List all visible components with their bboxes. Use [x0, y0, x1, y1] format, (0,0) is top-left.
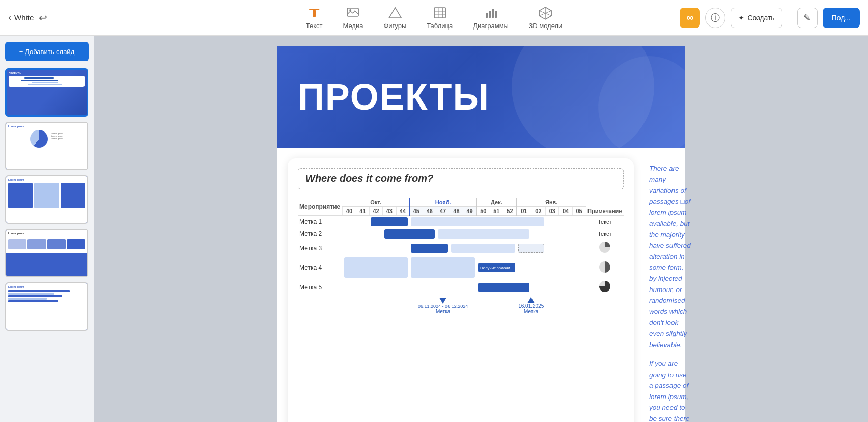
charts-icon: [484, 6, 498, 20]
slide-title: ПРОЕКТЫ: [298, 76, 490, 118]
text-panel: There are many variations of passages □o…: [644, 148, 701, 422]
slide-header: ПРОЕКТЫ: [277, 46, 685, 148]
row5-empty3: [531, 279, 585, 295]
infinity-button[interactable]: ∞: [680, 8, 700, 28]
gantt-card: Where does it come from? Мероприятие Окт…: [288, 158, 634, 422]
main-layout: + Добавить слайд ПРОЕКТЫ Lorem ipsum Lor…: [0, 36, 868, 422]
week-49: 49: [463, 207, 477, 216]
row3-lightblue: [450, 240, 517, 256]
slide-thumb-1[interactable]: ПРОЕКТЫ: [5, 68, 88, 117]
shapes-icon: [388, 6, 402, 20]
slide-thumb-2[interactable]: Lorem ipsum Lorem ipsumLorem ipsumLorem …: [5, 122, 88, 170]
toolbar-divider: [790, 10, 790, 26]
row3-bar1: [409, 240, 450, 256]
row5-bar: [477, 279, 531, 295]
back-button[interactable]: ‹ White: [8, 12, 34, 23]
milestone1-date: 06.11.2024 - 06.12.2024: [418, 304, 468, 309]
week-48: 48: [450, 207, 463, 216]
row4-lightblue-big: [343, 256, 410, 279]
m2-empty: [477, 295, 517, 316]
gantt-title: Where does it come from?: [305, 173, 433, 184]
svg-point-3: [349, 9, 351, 11]
milestone-row: 06.11.2024 - 06.12.2024 Метка 16.: [298, 295, 624, 316]
thumb-title-3: Lorem ipsum: [8, 178, 85, 181]
row2-empty1: [343, 228, 383, 240]
week-45: 45: [409, 207, 423, 216]
week-02: 02: [531, 207, 545, 216]
toolbar-item-shapes[interactable]: Фигуры: [383, 6, 406, 30]
toolbar-item-table[interactable]: Таблица: [427, 6, 453, 30]
gantt-title-box: Where does it come from?: [298, 168, 624, 189]
m1-empty: [343, 295, 410, 316]
week-03: 03: [546, 207, 559, 216]
row3-empty1: [343, 240, 410, 256]
toolbar-left: ‹ White ↩: [8, 12, 95, 24]
col-note: Примечание: [586, 198, 624, 216]
toolbar-item-text[interactable]: Текст: [306, 6, 323, 30]
month-noyab: Нояб.: [409, 198, 477, 207]
week-43: 43: [383, 207, 396, 216]
week-40: 40: [343, 207, 356, 216]
gantt-row-4: Метка 4 Получит задачи: [298, 256, 624, 279]
week-42: 42: [369, 207, 382, 216]
triangle-up-1: [527, 297, 535, 303]
slide-body: Where does it come from? Мероприятие Окт…: [277, 148, 685, 422]
app-title: White: [14, 13, 34, 22]
week-01: 01: [517, 207, 531, 216]
wand-icon: ✦: [738, 14, 744, 22]
month-okt: Окт.: [343, 198, 410, 207]
media-label: Медиа: [343, 22, 363, 30]
milestone-note-empty: [586, 295, 624, 316]
row1-empty1: [343, 216, 370, 228]
slide-thumb-4[interactable]: Lorem ipsum: [5, 229, 88, 277]
row1-label: Метка 1: [298, 216, 343, 228]
row4-lightblue-cont: [409, 256, 477, 279]
slide-thumb-5[interactable]: Lorem ipsum: [5, 282, 88, 331]
table-icon: [433, 6, 447, 20]
3d-icon: [539, 6, 553, 20]
charts-label: Диаграммы: [473, 22, 509, 30]
slide-thumb-3[interactable]: Lorem ipsum: [5, 175, 88, 224]
week-46: 46: [423, 207, 436, 216]
row5-note: [586, 279, 624, 295]
row2-lightblue: [436, 228, 531, 240]
submit-button[interactable]: Под...: [823, 8, 860, 28]
thumb-title-1: ПРОЕКТЫ: [9, 72, 85, 75]
create-label: Создать: [747, 14, 774, 22]
toolbar-right: ∞ ⓘ ✦ Создать ✎ Под...: [680, 8, 860, 28]
slide-container: ПРОЕКТЫ Where does it come from? Меропри…: [277, 46, 685, 422]
info-button[interactable]: ⓘ: [705, 8, 725, 28]
table-label: Таблица: [427, 22, 453, 30]
svg-marker-4: [389, 8, 401, 18]
month-yan: Янв.: [517, 198, 586, 207]
svg-rect-1: [313, 10, 316, 17]
svg-rect-10: [486, 13, 488, 18]
milestone2-cell: 16.01.2025 Метка: [517, 295, 546, 316]
row4-popup: Получит задачи: [480, 266, 510, 270]
milestone2-date: 16.01.2025: [518, 303, 544, 309]
milestone2-label: Метка: [524, 309, 538, 314]
back-icon: ‹: [8, 12, 11, 23]
create-button[interactable]: ✦ Создать: [731, 8, 782, 28]
canvas-area: ПРОЕКТЫ Where does it come from? Меропри…: [94, 36, 868, 422]
svg-rect-13: [495, 11, 497, 18]
toolbar-item-media[interactable]: Медиа: [343, 6, 363, 30]
week-05: 05: [572, 207, 585, 216]
row2-empty2: [531, 228, 585, 240]
triangle-down-1: [439, 298, 446, 304]
undo-button[interactable]: ↩: [39, 12, 47, 24]
media-icon: [346, 6, 360, 20]
toolbar-item-3d[interactable]: 3D модели: [529, 6, 562, 30]
row2-bar1: [383, 228, 436, 240]
row5-empty1: [343, 279, 410, 295]
add-slide-button[interactable]: + Добавить слайд: [5, 42, 89, 61]
text-para-2: If you are going to use a passage of lor…: [649, 358, 691, 422]
week-04: 04: [559, 207, 572, 216]
milestone1-cell: 06.11.2024 - 06.12.2024 Метка: [409, 295, 477, 316]
row5-empty2: [409, 279, 477, 295]
toolbar-item-charts[interactable]: Диаграммы: [473, 6, 509, 30]
week-41: 41: [356, 207, 369, 216]
row1-empty2: [546, 216, 586, 228]
row3-dashed: [517, 240, 546, 256]
pen-button[interactable]: ✎: [797, 8, 818, 28]
